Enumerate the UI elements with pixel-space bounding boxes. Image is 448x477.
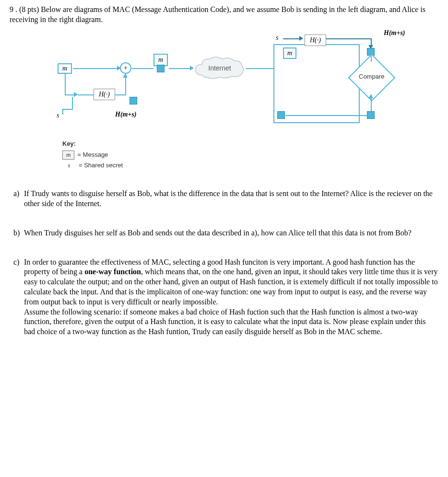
receiver-hash-box: H(·): [305, 35, 326, 46]
line: [72, 97, 73, 110]
arrow-icon: [299, 36, 303, 41]
sender-hms-label: H(m+s): [115, 110, 137, 119]
question-header: 9 . (8 pts) Below are diagrams of MAC (M…: [10, 5, 438, 25]
key-m-desc: = Message: [77, 151, 108, 159]
diagram-key: Key: m = Message s = Shared secret: [62, 140, 438, 170]
question-c-body: In order to guarantee the effectiveness …: [24, 257, 438, 337]
question-points: (8 pts): [19, 5, 39, 13]
line: [132, 68, 153, 69]
question-b-body: When Trudy disguises her self as Bob and…: [24, 228, 438, 238]
receiver-m-box: m: [283, 47, 296, 59]
question-a-body: If Trudy wants to disguise herself as Bo…: [24, 189, 438, 209]
receiver-bottom-icon: [367, 111, 375, 119]
receiver-s-label: s: [276, 34, 278, 42]
key-row-m: m = Message: [62, 151, 438, 160]
sender-m-box: m: [58, 63, 72, 74]
key-s-desc: = Shared secret: [79, 162, 123, 170]
hash-output-icon: [130, 97, 137, 105]
line: [371, 56, 372, 62]
question-a-letter: a): [10, 189, 24, 209]
question-b: b) When Trudy disguises her self as Bob …: [10, 228, 438, 238]
plus-circle: +: [120, 62, 131, 74]
arrow-icon: [74, 92, 78, 97]
key-m-symbol: m: [62, 151, 74, 160]
sender-s-label: s: [57, 111, 59, 120]
line: [169, 68, 193, 69]
qc-p2: Assume the following scenario: if someon…: [24, 308, 426, 336]
line: [62, 109, 73, 110]
question-text: Below are diagrams of MAC (Message Authe…: [10, 5, 425, 23]
question-c: c) In order to guarantee the effectivene…: [10, 257, 438, 337]
question-b-letter: b): [10, 228, 24, 238]
arrow-icon: [368, 94, 373, 98]
receiver-hms-label: H(m+s): [384, 29, 405, 37]
combined-hash-icon: [157, 65, 165, 72]
receiver-hash-in-icon: [277, 111, 285, 119]
sender-hash-box: H(·): [94, 89, 115, 100]
line: [65, 74, 66, 95]
key-s-symbol: s: [62, 162, 76, 170]
line: [326, 38, 372, 39]
question-c-letter: c): [10, 257, 24, 337]
line: [78, 94, 94, 95]
line: [73, 68, 120, 69]
line: [285, 115, 367, 116]
qc-p1-bold: one-way function: [84, 268, 141, 276]
internet-cloud: Internet: [193, 56, 246, 80]
compare-label: Compare: [359, 73, 384, 81]
questions-list: a) If Trudy wants to disguise herself as…: [10, 189, 438, 337]
internet-label: Internet: [208, 64, 231, 72]
question-a: a) If Trudy wants to disguise herself as…: [10, 189, 438, 209]
key-row-s: s = Shared secret: [62, 162, 438, 170]
question-number: 9 .: [10, 5, 17, 13]
key-title: Key:: [62, 140, 438, 148]
arrow-icon: [123, 74, 128, 78]
line: [115, 94, 126, 95]
line: [246, 68, 274, 69]
mac-diagram: m + s H(·) H(m+s) m Internet m s H(·) H(…: [58, 35, 441, 130]
